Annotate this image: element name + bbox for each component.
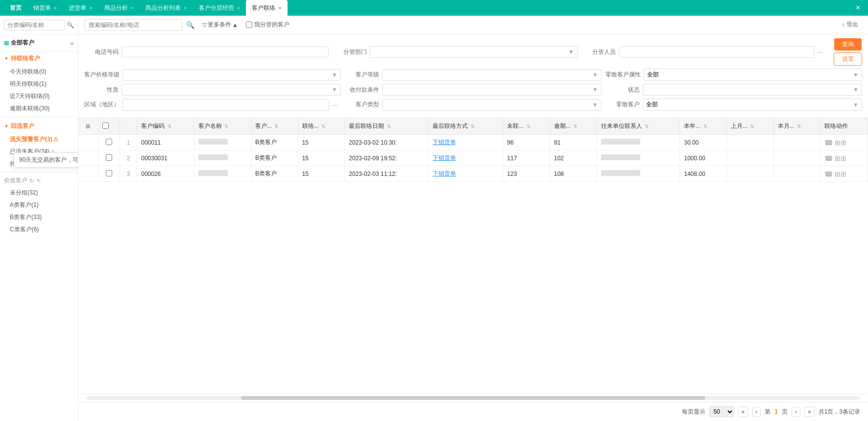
sidebar-item-churning-pred[interactable]: 流失预警客户(3) ⚠ xyxy=(0,133,78,146)
unit-sort-icon[interactable]: ⇅ xyxy=(645,124,649,129)
col-last-contact-method[interactable]: 最后联络方式 ⇅ xyxy=(429,118,503,135)
my-customers-checkbox[interactable] xyxy=(246,22,252,28)
sidebar-item-class-b[interactable]: B类客户(33) xyxy=(0,211,78,223)
row-checkbox-2[interactable] xyxy=(106,170,112,176)
sidebar-item-downtrend[interactable]: 持续下滑客户(2) ⚠ xyxy=(0,158,78,170)
name-sort-icon[interactable]: ⇅ xyxy=(224,124,228,129)
sidebar-search-icon[interactable]: 🔍 xyxy=(67,22,74,28)
customer-level-select[interactable]: ▼ xyxy=(382,69,602,81)
col-name[interactable]: 客户名称 ⇅ xyxy=(194,118,251,135)
col-unit-contact[interactable]: 往来单位联系人 ⇅ xyxy=(597,118,680,135)
value-group-edit-icon[interactable]: ✎ xyxy=(36,177,41,184)
sidebar-item-overdue-contact[interactable]: 逾期未联络(30) xyxy=(0,102,78,115)
sidebar-item-7days[interactable]: 近7天待联络(0) xyxy=(0,90,78,102)
customer-type-select[interactable]: ▼ xyxy=(382,99,602,111)
action-more-0[interactable]: ⊞⊞ xyxy=(835,139,846,147)
method-link-1[interactable]: 下销货单 xyxy=(433,154,456,161)
col-settings[interactable]: ⚙ xyxy=(78,118,98,135)
region-select[interactable] xyxy=(122,99,329,111)
sidebar-all-customers[interactable]: ⊞ 全部客户 « xyxy=(0,35,78,51)
payment-select[interactable]: ▼ xyxy=(382,84,602,96)
nav-tab-product-analysis[interactable]: 商品分析 × xyxy=(98,0,140,16)
phone-input[interactable] xyxy=(121,47,329,57)
nav-tab-sales-close[interactable]: × xyxy=(54,5,57,11)
table-settings-icon[interactable]: ⚙ xyxy=(83,121,93,132)
method-link-0[interactable]: 下销货单 xyxy=(433,139,456,146)
method-link-2[interactable]: 下销货单 xyxy=(433,170,456,177)
query-button[interactable]: 查询 xyxy=(834,38,862,50)
scroll-thumb[interactable] xyxy=(241,396,705,400)
settings-button[interactable]: 设置 xyxy=(834,52,862,66)
region-more-btn[interactable]: ··· xyxy=(329,101,341,109)
nature-select[interactable]: ▼ xyxy=(121,84,341,96)
price-level-select[interactable]: ▼ xyxy=(122,69,341,81)
row-checkbox-0[interactable] xyxy=(106,139,112,145)
col-overdue[interactable]: 逾期... ⇅ xyxy=(550,118,597,135)
last-month-sort-icon[interactable]: ⇅ xyxy=(750,124,754,129)
scroll-track[interactable] xyxy=(86,396,860,400)
sidebar-collapse-icon[interactable]: « xyxy=(70,39,74,47)
first-page-btn[interactable]: « xyxy=(738,407,748,417)
nav-tab-product-list[interactable]: 商品分析列表 × xyxy=(140,0,193,16)
date-sort-icon[interactable]: ⇅ xyxy=(387,124,391,129)
cell-checkbox-0[interactable] xyxy=(98,135,120,150)
sidebar-item-no-group[interactable]: 未分组(32) xyxy=(0,187,78,199)
overdue-sort-icon[interactable]: ⇅ xyxy=(573,124,577,129)
nav-tab-customer-segment[interactable]: 客户分层经营 × xyxy=(193,0,246,16)
col-checkbox[interactable] xyxy=(98,118,120,135)
sidebar-group-pending-contact[interactable]: ▼ 待联络客户 xyxy=(0,51,78,66)
contact-sort-icon[interactable]: ⇅ xyxy=(321,124,325,129)
type-sort-icon[interactable]: ⇅ xyxy=(274,124,278,129)
dept-select[interactable]: ▼ xyxy=(370,46,577,58)
filter-search-input[interactable] xyxy=(84,19,182,31)
this-month-sort-icon[interactable]: ⇅ xyxy=(797,124,801,129)
my-customers-checkbox-label[interactable]: 我分管的客户 xyxy=(246,21,289,29)
col-code[interactable]: 客户编码 ⇅ xyxy=(137,118,194,135)
person-select[interactable] xyxy=(619,46,815,58)
sidebar-group-churning[interactable]: ▼ 回流客户 xyxy=(0,119,78,133)
row-checkbox-1[interactable] xyxy=(106,154,112,161)
cell-method-1[interactable]: 下销货单 xyxy=(429,150,503,166)
nav-tab-home[interactable]: 首页 xyxy=(4,0,27,16)
method-sort-icon[interactable]: ⇅ xyxy=(471,124,475,129)
sidebar-item-churned[interactable]: 已流失客户(24) ⚠ xyxy=(0,146,78,158)
retail-select[interactable]: 全部 ▼ xyxy=(643,99,862,111)
sidebar-item-today[interactable]: 今天待联络(0) xyxy=(0,66,78,78)
col-customer-type[interactable]: 客户... ⇅ xyxy=(251,118,298,135)
sidebar-item-tomorrow[interactable]: 明天待联络(1) xyxy=(0,78,78,90)
status-select[interactable]: ▼ xyxy=(643,84,862,96)
cell-checkbox-2[interactable] xyxy=(98,166,120,182)
page-size-select[interactable]: 50 100 200 xyxy=(709,406,734,417)
nav-tab-sales[interactable]: 销货单 × xyxy=(27,0,63,16)
sidebar-item-class-a[interactable]: A类客户(1) xyxy=(0,199,78,211)
retail-attr-select[interactable]: 全部 ▼ xyxy=(644,69,862,81)
person-more-btn[interactable]: ··· xyxy=(814,48,826,56)
nav-tab-customer-connect-close[interactable]: × xyxy=(278,5,281,11)
action-contact-1[interactable]: ☎ xyxy=(824,154,833,162)
value-group-refresh-icon[interactable]: ↻ xyxy=(29,177,34,184)
col-this-year[interactable]: 本年... ⇅ xyxy=(680,118,727,135)
col-this-month[interactable]: 本月... ⇅ xyxy=(773,118,820,135)
col-last-month[interactable]: 上月... ⇅ xyxy=(727,118,774,135)
sidebar-search-input[interactable] xyxy=(4,20,65,30)
code-sort-icon[interactable]: ⇅ xyxy=(168,124,171,129)
filter-more-conditions-button[interactable]: ▽ 更多条件 ▲ xyxy=(198,19,242,31)
nav-tab-customer-segment-close[interactable]: × xyxy=(237,5,240,11)
nav-tab-customer-connect[interactable]: 客户联络 × xyxy=(246,0,287,16)
action-contact-0[interactable]: ☎ xyxy=(824,139,833,147)
filter-search-button[interactable]: 🔍 xyxy=(186,21,194,29)
col-last-contact-date[interactable]: 最后联络日期 ⇅ xyxy=(345,118,429,135)
action-contact-2[interactable]: ☎ xyxy=(824,170,833,178)
select-all-checkbox[interactable] xyxy=(102,123,109,129)
prev-page-btn[interactable]: ‹ xyxy=(752,407,761,417)
col-contact[interactable]: 联络... ⇅ xyxy=(298,118,345,135)
action-more-2[interactable]: ⊞⊞ xyxy=(835,170,846,178)
cell-checkbox-1[interactable] xyxy=(98,150,120,166)
cell-method-0[interactable]: 下销货单 xyxy=(429,135,503,150)
export-button[interactable]: ↑ 导出 xyxy=(838,19,862,31)
not-contacted-sort-icon[interactable]: ⇅ xyxy=(527,124,530,129)
action-more-1[interactable]: ⊞⊞ xyxy=(835,154,846,162)
nav-close-all[interactable]: × xyxy=(852,3,864,12)
nav-tab-product-list-close[interactable]: × xyxy=(184,5,187,11)
cell-method-2[interactable]: 下销货单 xyxy=(429,166,503,182)
